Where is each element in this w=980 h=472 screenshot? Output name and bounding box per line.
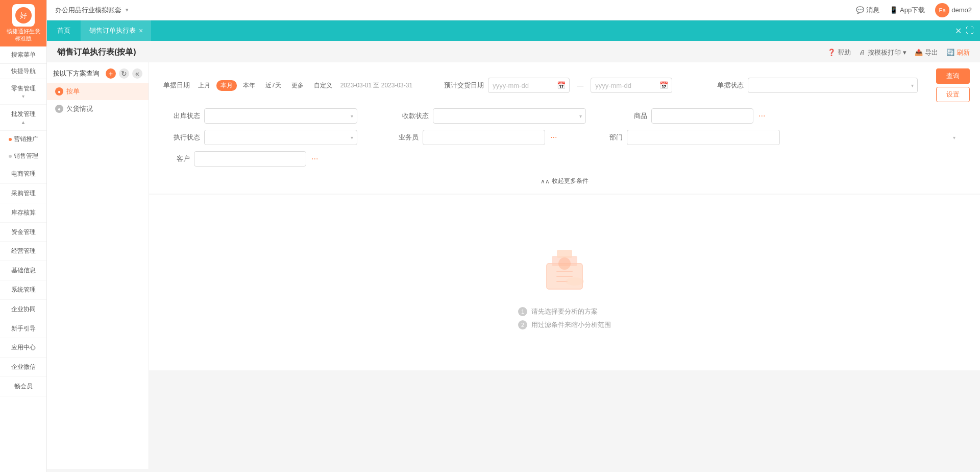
salesperson-item: 业务员 ··· <box>388 130 561 145</box>
date-btn-this-year[interactable]: 本年 <box>239 80 259 91</box>
query-btn-area: 查询 设置 <box>936 68 970 102</box>
export-icon: 📤 <box>915 49 923 56</box>
main-area: 办公用品行业模拟账套 ▾ 💬 消息 📱 App下载 Ea demo2 首页 <box>47 0 980 472</box>
order-icon: ● <box>55 87 63 96</box>
panel-header: 按以下方案查询 + ↻ « <box>47 68 149 83</box>
sidebar-item-stock[interactable]: 库存核算 <box>0 203 46 223</box>
tree-item-shortage[interactable]: ● 欠货情况 <box>47 100 149 117</box>
empty-state: 1 请先选择要分析的方案 2 用过滤条件来缩小分析范围 <box>149 195 980 370</box>
message-btn[interactable]: 💬 消息 <box>856 6 879 15</box>
refresh-icon: 🔄 <box>946 49 954 56</box>
payment-status-select[interactable] <box>433 108 586 124</box>
goods-label: 商品 <box>617 111 647 121</box>
tree-item-order[interactable]: ● 按单 <box>47 83 149 100</box>
sidebar-item-wechat[interactable]: 企业微信 <box>0 358 46 377</box>
date-range-text: 2023-03-01 至 2023-03-31 <box>340 81 412 90</box>
doc-status-label: 单据状态 <box>703 81 744 90</box>
panel-icons: + ↻ « <box>106 68 142 79</box>
message-label: 消息 <box>866 6 879 15</box>
topbar-dropdown-icon: ▾ <box>126 7 129 13</box>
panel-refresh-icon[interactable]: ↻ <box>119 68 129 79</box>
collapse-chevron-icon: ∧∧ <box>541 178 550 185</box>
user-btn[interactable]: Ea demo2 <box>935 3 972 17</box>
delivery-status-select-wrap: ▾ <box>204 108 357 124</box>
sidebar-item-apps[interactable]: 应用中心 <box>0 338 46 358</box>
customer-dots-icon[interactable]: ··· <box>311 154 318 163</box>
goods-dots-icon[interactable]: ··· <box>758 111 765 121</box>
wholesale-expand-icon: ▲ <box>21 120 26 125</box>
tab-active[interactable]: 销售订单执行表 × <box>81 20 151 41</box>
logo-area[interactable]: 好 畅捷通好生意 标准版 <box>0 0 46 46</box>
date-btn-custom[interactable]: 自定义 <box>310 80 336 91</box>
print-btn[interactable]: 🖨 按模板打印 ▾ <box>859 48 906 57</box>
tree-item-order-label: 按单 <box>66 87 80 96</box>
delivery-status-label: 出库状态 <box>159 111 200 121</box>
marketing-dot-icon <box>9 138 12 141</box>
right-panel: 单据日期 上月 本月 本年 近7天 更多 自定义 2023-03-01 至 20… <box>149 62 980 469</box>
topbar-title-area[interactable]: 办公用品行业模拟账套 ▾ <box>55 6 129 15</box>
sidebar-item-collab[interactable]: 企业协同 <box>0 300 46 319</box>
page-header: 销售订单执行表(按单) ❓ 帮助 🖨 按模板打印 ▾ 📤 导出 🔄 刷新 <box>47 41 980 62</box>
sidebar-item-system[interactable]: 系统管理 <box>0 280 46 300</box>
user-name: demo2 <box>951 6 972 14</box>
dept-label: 部门 <box>592 133 623 142</box>
panel-add-icon[interactable]: + <box>106 68 116 79</box>
sidebar-item-member[interactable]: 畅会员 <box>0 377 46 396</box>
goods-input[interactable] <box>651 108 753 124</box>
customer-label: 客户 <box>159 154 190 163</box>
date-btn-7days[interactable]: 近7天 <box>261 80 285 91</box>
svg-point-5 <box>558 257 571 270</box>
tab-home[interactable]: 首页 <box>47 20 81 41</box>
refresh-btn[interactable]: 🔄 刷新 <box>946 48 970 57</box>
collapse-btn[interactable]: ∧∧ 收起更多条件 <box>541 177 589 185</box>
empty-steps: 1 请先选择要分析的方案 2 用过滤条件来缩小分析范围 <box>518 307 611 329</box>
salesperson-input[interactable] <box>423 130 545 145</box>
date-btn-this-month[interactable]: 本月 <box>216 80 237 91</box>
sidebar-item-operation[interactable]: 经营管理 <box>0 242 46 261</box>
help-btn[interactable]: ❓ 帮助 <box>827 48 851 57</box>
window-maximize-icon[interactable]: ⛶ <box>966 26 974 35</box>
doc-status-select-wrap: ▾ <box>748 78 918 93</box>
sidebar-item-guide[interactable]: 新手引导 <box>0 319 46 339</box>
shortage-icon: ● <box>55 105 63 113</box>
sidebar-quick-nav[interactable]: 快捷导航 <box>0 64 46 79</box>
panel-collapse-icon[interactable]: « <box>132 68 142 79</box>
query-button[interactable]: 查询 <box>936 68 970 84</box>
calendar-start-icon[interactable]: 📅 <box>557 81 566 89</box>
page-actions: ❓ 帮助 🖨 按模板打印 ▾ 📤 导出 🔄 刷新 <box>827 48 970 57</box>
settings-button[interactable]: 设置 <box>936 87 970 102</box>
exec-status-select[interactable] <box>204 130 357 145</box>
delivery-status-select[interactable] <box>204 108 357 124</box>
date-btn-more[interactable]: 更多 <box>287 80 308 91</box>
sidebar-item-ecom[interactable]: 电商管理 <box>0 164 46 184</box>
tab-close-icon[interactable]: × <box>139 27 143 35</box>
app-download-btn[interactable]: 📱 App下载 <box>890 6 925 15</box>
sidebar-item-sales[interactable]: 销售管理 <box>0 148 46 164</box>
dept-select[interactable] <box>627 130 780 145</box>
date-btn-last-month[interactable]: 上月 <box>194 80 214 91</box>
payment-status-label: 收款状态 <box>388 111 429 121</box>
date-filter: 上月 本月 本年 近7天 更多 自定义 2023-03-01 至 2023-03… <box>194 80 412 91</box>
window-close-icon[interactable]: ✕ <box>955 26 962 36</box>
logo-subtext: 标准版 <box>15 35 32 42</box>
salesperson-dots-icon[interactable]: ··· <box>550 133 557 142</box>
sidebar-item-retail[interactable]: 零售管理 ▾ <box>0 79 46 105</box>
sidebar-item-wholesale[interactable]: 批发管理 ▲ <box>0 105 46 131</box>
filter-area: 单据日期 上月 本月 本年 近7天 更多 自定义 2023-03-01 至 20… <box>149 62 980 194</box>
svg-text:好: 好 <box>20 11 27 19</box>
collapse-bar: ∧∧ 收起更多条件 <box>159 173 970 187</box>
export-btn[interactable]: 📤 导出 <box>915 48 938 57</box>
sidebar-item-purchase[interactable]: 采购管理 <box>0 184 46 203</box>
sidebar-search-menu[interactable]: 搜索菜单 <box>0 46 46 64</box>
sidebar-item-base[interactable]: 基础信息 <box>0 261 46 280</box>
app-download-label: App下载 <box>900 6 925 15</box>
date-label: 单据日期 <box>159 81 190 90</box>
customer-input[interactable] <box>194 151 306 167</box>
calendar-end-icon[interactable]: 📅 <box>659 81 668 89</box>
sidebar-item-finance[interactable]: 资金管理 <box>0 223 46 242</box>
doc-status-select[interactable] <box>748 78 918 93</box>
tree-item-shortage-label: 欠货情况 <box>66 104 93 113</box>
sidebar-item-marketing[interactable]: 营销推广 <box>0 131 46 148</box>
filter-row-4: 客户 ··· <box>159 151 970 167</box>
expected-date-label: 预计交货日期 <box>443 81 484 90</box>
